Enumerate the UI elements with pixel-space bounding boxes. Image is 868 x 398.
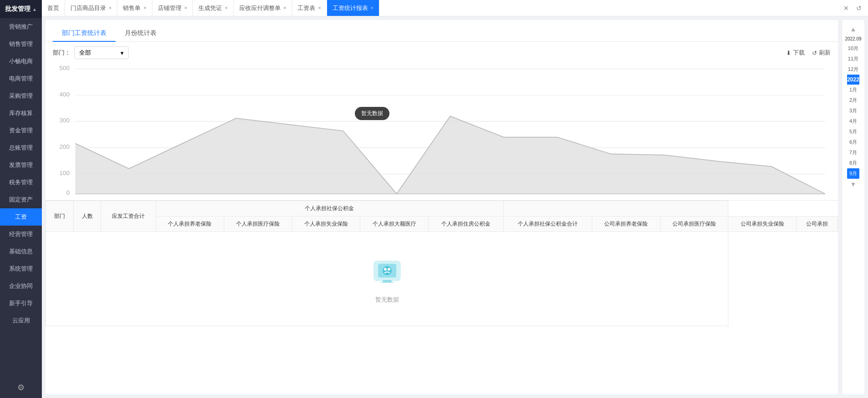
sub-tab-月份统计表[interactable]: 月份统计表 bbox=[116, 25, 166, 42]
refresh-icon: ↺ bbox=[812, 50, 817, 56]
svg-text:300: 300 bbox=[59, 117, 70, 124]
refresh-label: 刷新 bbox=[819, 49, 831, 57]
sidebar-item-采购管理[interactable]: 采购管理 bbox=[0, 87, 42, 105]
dept-select[interactable]: 全部 ▾ bbox=[74, 46, 129, 59]
svg-point-16 bbox=[384, 268, 387, 271]
sidebar-item-营销推广[interactable]: 营销推广 bbox=[0, 18, 42, 35]
right-panel: ▲ 2022.09 10月11月12月20221月2月3月4月5月6月7月8月9… bbox=[842, 20, 864, 394]
download-button[interactable]: ⬇ 下载 bbox=[786, 49, 805, 57]
col-公司承担: 公司承担 bbox=[797, 217, 838, 232]
sidebar-item-新手引导[interactable]: 新手引导 bbox=[0, 295, 42, 312]
sidebar-item-税务管理[interactable]: 税务管理 bbox=[0, 174, 42, 191]
svg-text:0: 0 bbox=[66, 190, 70, 196]
sub-tab-部门工资统计表[interactable]: 部门工资统计表 bbox=[53, 25, 116, 42]
col-个人承担大额医疗: 个人承担大额医疗 bbox=[360, 217, 429, 232]
tab-销售单[interactable]: 销售单× bbox=[117, 0, 152, 16]
col-dept: 部门 bbox=[46, 201, 74, 232]
chevron-down-icon: ▾ bbox=[121, 50, 124, 56]
tab-label: 工资表 bbox=[298, 4, 315, 12]
tab-label: 门店商品目录 bbox=[71, 4, 106, 12]
sidebar-item-库存核算[interactable]: 库存核算 bbox=[0, 105, 42, 122]
svg-point-15 bbox=[383, 266, 392, 275]
tab-label: 工资统计报表 bbox=[333, 4, 368, 12]
tab-close-icon[interactable]: × bbox=[109, 5, 111, 10]
sidebar-item-基础信息[interactable]: 基础信息 bbox=[0, 243, 42, 260]
col-公司承担医疗保险: 公司承担医疗保险 bbox=[660, 217, 728, 232]
sidebar-item-小畅电商[interactable]: 小畅电商 bbox=[0, 53, 42, 70]
tab-list: 首页门店商品目录×销售单×店铺管理×生成凭证×应收应付调整单×工资表×工资统计报… bbox=[42, 0, 379, 16]
month-item-8月[interactable]: 8月 bbox=[847, 158, 859, 168]
col-personal-social: 个人承担社保公积金 bbox=[156, 201, 503, 217]
tab-label: 生成凭证 bbox=[198, 4, 222, 12]
tab-工资表[interactable]: 工资表× bbox=[292, 0, 327, 16]
sidebar-item-企业协同[interactable]: 企业协同 bbox=[0, 277, 42, 295]
refresh-button[interactable]: ↺ 刷新 bbox=[812, 49, 831, 57]
tab-label: 首页 bbox=[47, 4, 59, 12]
tab-close-icon[interactable]: × bbox=[225, 5, 227, 10]
tab-工资统计报表[interactable]: 工资统计报表× bbox=[327, 0, 379, 16]
month-item-12月[interactable]: 12月 bbox=[847, 64, 859, 75]
sidebar-item-资金管理[interactable]: 资金管理 bbox=[0, 122, 42, 139]
content-area: 部门工资统计表月份统计表 部门： 全部 ▾ ⬇ 下载 ↺ 刷新 bbox=[42, 16, 868, 398]
sidebar-item-经营管理[interactable]: 经营管理 bbox=[0, 226, 42, 243]
chart-tooltip: 暂无数据 bbox=[355, 107, 389, 120]
tab-应收应付调整单[interactable]: 应收应付调整单× bbox=[234, 0, 292, 16]
refresh-icon[interactable]: ↺ bbox=[853, 3, 864, 14]
tab-close-icon[interactable]: × bbox=[283, 5, 286, 10]
col-个人承担失业保险: 个人承担失业保险 bbox=[292, 217, 360, 232]
sidebar-item-发票管理[interactable]: 发票管理 bbox=[0, 156, 42, 174]
sidebar-item-总账管理[interactable]: 总账管理 bbox=[0, 139, 42, 156]
dept-select-value: 全部 bbox=[79, 49, 119, 57]
sidebar-item-固定资产[interactable]: 固定资产 bbox=[0, 191, 42, 208]
tab-close-icon[interactable]: × bbox=[371, 5, 373, 10]
sidebar-item-工资[interactable]: 工资 bbox=[0, 208, 42, 226]
svg-text:500: 500 bbox=[59, 65, 70, 71]
tab-close-icon[interactable]: × bbox=[143, 5, 146, 10]
close-all-icon[interactable]: ✕ bbox=[841, 3, 852, 14]
svg-marker-12 bbox=[76, 116, 825, 194]
month-item-3月[interactable]: 3月 bbox=[847, 106, 859, 116]
col-个人承担养老保险: 个人承担养老保险 bbox=[156, 217, 224, 232]
sidebar-title: 批发管理 bbox=[5, 5, 30, 13]
nav-down-icon[interactable]: ▼ bbox=[848, 179, 858, 190]
tab-label: 销售单 bbox=[123, 4, 141, 12]
sidebar-item-系统管理[interactable]: 系统管理 bbox=[0, 260, 42, 277]
settings-icon[interactable]: ⚙ bbox=[0, 377, 42, 398]
month-item-2月[interactable]: 2月 bbox=[847, 95, 859, 106]
main-panel: 部门工资统计表月份统计表 部门： 全部 ▾ ⬇ 下载 ↺ 刷新 bbox=[45, 20, 838, 394]
tab-店铺管理[interactable]: 店铺管理× bbox=[152, 0, 193, 16]
tab-bar: 首页门店商品目录×销售单×店铺管理×生成凭证×应收应付调整单×工资表×工资统计报… bbox=[42, 0, 868, 16]
tab-close-icon[interactable]: × bbox=[184, 5, 187, 10]
year-2022-marker[interactable]: 2022 bbox=[847, 75, 859, 85]
nav-up-icon[interactable]: ▲ bbox=[848, 24, 858, 35]
month-item-4月[interactable]: 4月 bbox=[847, 116, 859, 126]
month-item-7月[interactable]: 7月 bbox=[847, 147, 859, 158]
sidebar-item-销售管理[interactable]: 销售管理 bbox=[0, 35, 42, 53]
month-item-9月[interactable]: 9月 bbox=[847, 168, 859, 179]
sidebar-collapse-icon: ▲ bbox=[32, 7, 37, 12]
table-empty: 暂无数据 bbox=[46, 232, 728, 326]
month-item-1月[interactable]: 1月 bbox=[847, 85, 859, 95]
right-panel-months: 10月11月12月20221月2月3月4月5月6月7月8月9月 bbox=[847, 43, 859, 179]
tab-bar-right: ✕ ↺ bbox=[841, 3, 868, 14]
sidebar-item-云应用[interactable]: 云应用 bbox=[0, 312, 42, 329]
chart-svg: 500 400 300 200 100 0 bbox=[53, 64, 831, 200]
toolbar-actions: ⬇ 下载 ↺ 刷新 bbox=[786, 49, 831, 57]
month-item-10月[interactable]: 10月 bbox=[847, 43, 859, 54]
tab-生成凭证[interactable]: 生成凭证× bbox=[193, 0, 233, 16]
col-company bbox=[504, 201, 728, 217]
sidebar-header[interactable]: 批发管理 ▲ bbox=[0, 0, 42, 18]
tab-首页[interactable]: 首页 bbox=[42, 0, 65, 16]
tab-门店商品目录[interactable]: 门店商品目录× bbox=[65, 0, 117, 16]
month-item-5月[interactable]: 5月 bbox=[847, 126, 859, 137]
svg-point-17 bbox=[388, 268, 390, 271]
tab-close-icon[interactable]: × bbox=[318, 5, 321, 10]
month-item-11月[interactable]: 11月 bbox=[847, 54, 859, 64]
empty-text: 暂无数据 bbox=[375, 296, 399, 304]
table-area[interactable]: 部门 人数 应发工资合计 个人承担社保公积金 个人承担养老保险个人承担医疗保险个… bbox=[45, 200, 838, 394]
sidebar-item-电商管理[interactable]: 电商管理 bbox=[0, 70, 42, 87]
dept-label: 部门： bbox=[53, 49, 71, 57]
month-item-6月[interactable]: 6月 bbox=[847, 137, 859, 147]
col-个人承担住房公积金: 个人承担住房公积金 bbox=[429, 217, 504, 232]
year-2022-label: 2022.09 bbox=[845, 36, 861, 41]
